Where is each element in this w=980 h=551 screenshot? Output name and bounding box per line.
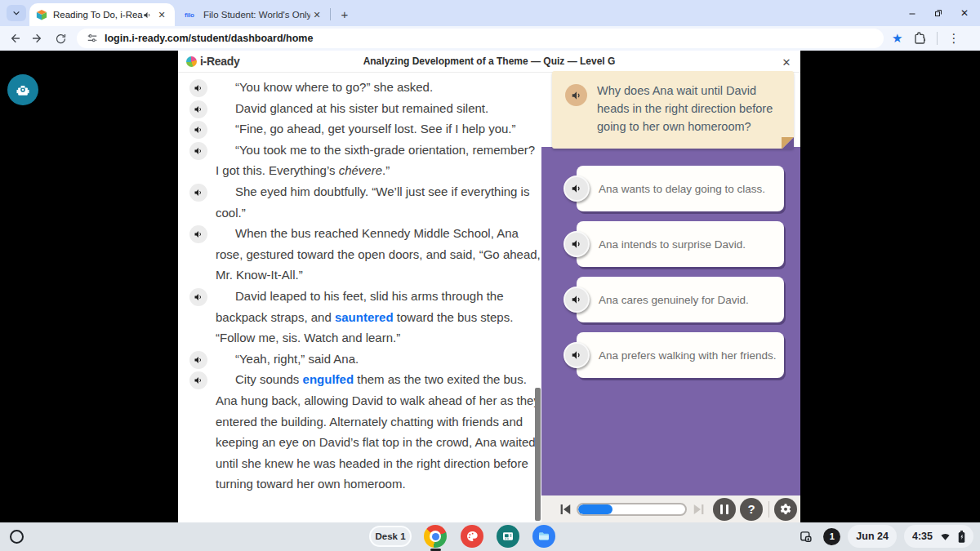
paragraph-speaker-button[interactable] bbox=[189, 371, 207, 389]
chrome-app-icon[interactable] bbox=[424, 525, 447, 548]
desk-button[interactable]: Desk 1 bbox=[369, 526, 412, 547]
system-tray[interactable]: 4:35 bbox=[904, 525, 973, 548]
paragraph-speaker-button[interactable] bbox=[189, 225, 207, 243]
screen: Reading To Do, i-Ready ✕ filo Filo Stude… bbox=[0, 0, 980, 551]
speaker-icon bbox=[194, 292, 203, 302]
vocabulary-link[interactable]: sauntered bbox=[335, 310, 394, 324]
speaker-icon bbox=[194, 104, 203, 114]
quiz-close-icon[interactable]: ✕ bbox=[779, 55, 794, 69]
active-app-indicator bbox=[430, 549, 441, 551]
speaker-icon bbox=[194, 188, 203, 198]
text-segment: “Fine, go ahead, get yourself lost. See … bbox=[235, 122, 516, 136]
browser-menu-icon[interactable]: ⋮ bbox=[947, 31, 960, 46]
speaker-icon bbox=[194, 83, 203, 93]
paragraph-speaker-button[interactable] bbox=[189, 142, 207, 160]
speaker-icon bbox=[571, 183, 582, 194]
site-settings-icon[interactable] bbox=[87, 33, 98, 44]
paragraph-text: She eyed him doubtfully. “We’ll just see… bbox=[216, 181, 541, 223]
date-pill[interactable]: Jun 24 bbox=[848, 525, 897, 548]
back-button[interactable] bbox=[3, 28, 26, 49]
tab-iready[interactable]: Reading To Do, i-Ready ✕ bbox=[29, 3, 175, 26]
tab-filo[interactable]: filo Filo Student: World's Only Live I ✕ bbox=[180, 3, 328, 26]
text-segment: David glanced at his sister but remained… bbox=[235, 101, 488, 115]
text-segment: City sounds bbox=[235, 372, 303, 386]
canvas-app-icon[interactable] bbox=[461, 525, 483, 548]
answer-speaker-button[interactable] bbox=[564, 176, 590, 202]
vocabulary-link[interactable]: engulfed bbox=[303, 372, 354, 386]
media-card-icon bbox=[501, 530, 514, 543]
paragraph-text: City sounds engulfed them as the two exi… bbox=[216, 369, 541, 495]
passage-scrollbar[interactable] bbox=[535, 388, 541, 521]
answer-option-1[interactable]: Ana wants to delay going to class. bbox=[577, 166, 784, 211]
text-segment: them as the two exited the bus. Ana hung… bbox=[216, 372, 540, 491]
tab-close-icon[interactable]: ✕ bbox=[310, 8, 323, 21]
notification-count-badge[interactable]: 1 bbox=[823, 528, 840, 545]
audio-player-bar: ? bbox=[541, 495, 800, 522]
player-divider bbox=[768, 501, 769, 518]
pause-icon bbox=[720, 504, 728, 514]
answer-options: Ana wants to delay going to class.Ana in… bbox=[577, 166, 784, 378]
address-bar[interactable]: login.i-ready.com/student/dashboard/home bbox=[77, 29, 884, 48]
player-progress-fill bbox=[578, 504, 612, 514]
paragraph-text: When the bus reached Kennedy Middle Scho… bbox=[216, 223, 541, 286]
floating-app-badge[interactable] bbox=[7, 74, 38, 105]
browser-tab-strip: Reading To Do, i-Ready ✕ filo Filo Stude… bbox=[0, 0, 980, 26]
answer-option-3[interactable]: Ana cares genuinely for David. bbox=[577, 277, 784, 322]
gear-icon bbox=[779, 503, 792, 516]
answer-text: Ana intends to surprise David. bbox=[599, 238, 746, 251]
question-card: Why does Ana wait until David heads in t… bbox=[552, 71, 794, 149]
extensions-icon[interactable] bbox=[914, 32, 927, 45]
answer-option-4[interactable]: Ana prefers walking with her friends. bbox=[577, 332, 784, 378]
paragraph-speaker-button[interactable] bbox=[189, 121, 207, 139]
desk-label: Desk 1 bbox=[375, 531, 405, 541]
tab-title: Reading To Do, i-Ready bbox=[53, 10, 143, 20]
speaker-icon bbox=[571, 238, 582, 250]
folder-icon bbox=[537, 530, 550, 543]
passage-paragraph: “Yeah, right,” said Ana. bbox=[188, 349, 541, 370]
paragraph-speaker-button[interactable] bbox=[189, 351, 207, 369]
files-app-icon[interactable] bbox=[532, 525, 555, 548]
pause-button[interactable] bbox=[713, 498, 736, 521]
answer-speaker-button[interactable] bbox=[564, 231, 590, 257]
skip-forward-button[interactable] bbox=[691, 502, 706, 517]
audio-progress-bar[interactable] bbox=[577, 503, 687, 516]
answer-text: Ana prefers walking with her friends. bbox=[599, 349, 777, 362]
paragraph-speaker-button[interactable] bbox=[189, 100, 207, 118]
reload-button[interactable] bbox=[49, 28, 72, 49]
question-speaker-button[interactable] bbox=[565, 84, 587, 106]
passage-paragraph: She eyed him doubtfully. “We’ll just see… bbox=[188, 181, 541, 223]
answer-option-2[interactable]: Ana intends to surprise David. bbox=[577, 221, 784, 267]
gallery-app-icon[interactable] bbox=[497, 525, 519, 548]
paragraph-text: “Yeah, right,” said Ana. bbox=[216, 349, 541, 370]
iready-cube-favicon bbox=[36, 9, 47, 20]
help-button[interactable]: ? bbox=[740, 498, 763, 521]
answer-speaker-button[interactable] bbox=[564, 287, 590, 313]
tab-search-button[interactable] bbox=[7, 5, 26, 21]
skip-back-button[interactable] bbox=[559, 502, 573, 517]
settings-button[interactable] bbox=[774, 498, 797, 521]
paragraph-speaker-button[interactable] bbox=[189, 184, 207, 202]
new-tab-button[interactable]: + bbox=[336, 6, 353, 22]
screen-capture-icon[interactable] bbox=[795, 526, 816, 547]
close-window-button[interactable]: ✕ bbox=[956, 5, 973, 21]
text-segment: “Yeah, right,” said Ana. bbox=[235, 352, 359, 366]
paragraph-speaker-button[interactable] bbox=[189, 79, 207, 97]
answer-speaker-button[interactable] bbox=[564, 342, 590, 368]
minimize-button[interactable] bbox=[903, 5, 921, 21]
launcher-button[interactable] bbox=[10, 530, 24, 544]
restore-button[interactable] bbox=[929, 5, 947, 21]
tab-audio-icon[interactable] bbox=[143, 11, 152, 20]
paragraph-text: “You took me to the sixth-grade orientat… bbox=[216, 140, 541, 181]
filo-favicon: filo bbox=[185, 11, 198, 19]
bookmark-star-icon[interactable]: ★ bbox=[892, 31, 902, 46]
passage-paragraph: David leaped to his feet, slid his arms … bbox=[188, 286, 541, 349]
paragraph-speaker-button[interactable] bbox=[189, 288, 207, 306]
text-segment: “You know where to go?” she asked. bbox=[235, 80, 433, 94]
tab-close-icon[interactable]: ✕ bbox=[155, 8, 168, 21]
question-text: Why does Ana wait until David heads in t… bbox=[597, 82, 786, 136]
forward-button[interactable] bbox=[26, 28, 49, 49]
time-label: 4:35 bbox=[912, 531, 933, 542]
answer-text: Ana wants to delay going to class. bbox=[599, 183, 765, 195]
speaker-icon bbox=[571, 349, 582, 361]
quiz-window: i-Ready Analyzing Development of a Theme… bbox=[178, 51, 800, 522]
